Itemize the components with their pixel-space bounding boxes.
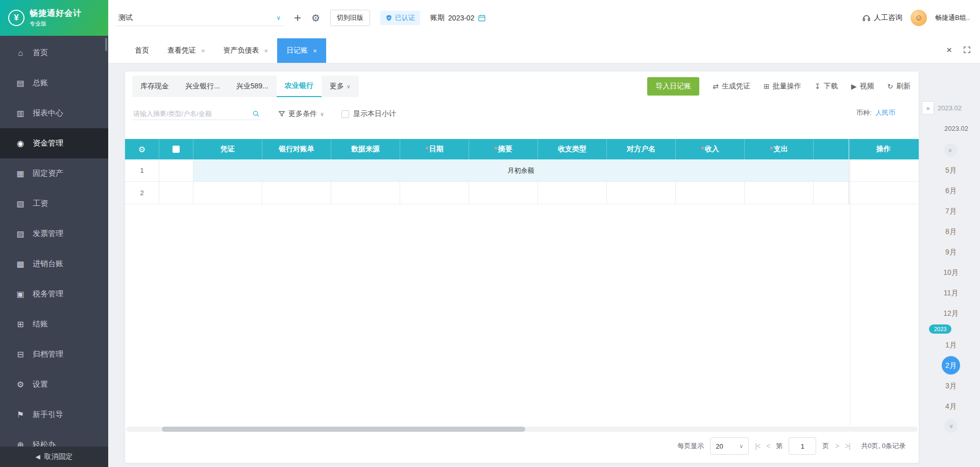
- close-icon[interactable]: ×: [201, 47, 205, 55]
- cell-income-expense-type[interactable]: [538, 182, 607, 204]
- sidebar-item-salary[interactable]: ▧工资: [0, 189, 108, 219]
- accounting-period[interactable]: 账期 2023-02: [430, 13, 486, 22]
- subtab-cash[interactable]: 库存现金: [132, 76, 177, 97]
- archive-management-icon: ⊟: [15, 349, 26, 359]
- cell-income[interactable]: [676, 182, 745, 204]
- collapse-panel-button[interactable]: »: [922, 101, 934, 114]
- cell-counterparty-name[interactable]: [607, 182, 676, 204]
- prev-page-icon[interactable]: <: [766, 442, 770, 450]
- cell-expense[interactable]: [745, 182, 814, 204]
- sidebar-item-home[interactable]: ⌂首页: [0, 38, 108, 68]
- sidebar-item-closing[interactable]: ⊞结账: [0, 309, 108, 339]
- workspace-select[interactable]: 测试 ∨: [115, 10, 284, 26]
- table-settings-button[interactable]: ⚙: [125, 139, 159, 159]
- month-6[interactable]: 6月: [945, 180, 957, 201]
- month-8[interactable]: 8月: [945, 221, 957, 242]
- select-all-checkbox[interactable]: [159, 139, 193, 159]
- sidebar-item-report-center[interactable]: ▥报表中心: [0, 98, 108, 128]
- journal-table: ⚙凭证银行对账单数据来源*日期*摘要收支类型对方户名*收入*支出操作 1月初余额…: [125, 139, 919, 204]
- month-5[interactable]: 5月: [945, 160, 957, 180]
- next-page-icon[interactable]: >: [835, 442, 839, 450]
- tab-balance-sheet[interactable]: 资产负债表×: [214, 38, 278, 63]
- search-input[interactable]: [133, 110, 241, 118]
- horizontal-scrollbar-thumb[interactable]: [162, 427, 525, 432]
- sidebar-scrollbar[interactable]: [105, 38, 107, 51]
- username[interactable]: 畅捷通B组..: [935, 13, 970, 22]
- subtab-xingye-bank[interactable]: 兴业银行...: [177, 76, 228, 97]
- cell-voucher[interactable]: [193, 182, 262, 204]
- scroll-down-button[interactable]: «: [944, 419, 958, 433]
- tab-home[interactable]: 首页: [126, 38, 158, 63]
- fullscreen-icon[interactable]: [963, 46, 971, 54]
- sidebar-item-fixed-assets[interactable]: ▦固定资产: [0, 158, 108, 189]
- close-tab-icon[interactable]: ×: [946, 45, 952, 55]
- more-filters-button[interactable]: 更多条件 ∨: [278, 109, 324, 119]
- currency-value[interactable]: 人民币: [875, 109, 895, 116]
- month-3[interactable]: 3月: [945, 376, 957, 396]
- month-1[interactable]: 1月: [945, 335, 957, 355]
- cell-data-source[interactable]: [331, 182, 400, 204]
- last-page-icon[interactable]: >|: [845, 442, 850, 450]
- checkbox-icon[interactable]: [341, 110, 349, 118]
- certified-badge[interactable]: 已认证: [380, 11, 420, 25]
- month-12[interactable]: 12月: [943, 303, 959, 323]
- subtab-agricultural-bank[interactable]: 农业银行: [277, 76, 322, 97]
- sidebar-item-tax-management[interactable]: ▣税务管理: [0, 279, 108, 309]
- cell-bank-statement[interactable]: [262, 182, 331, 204]
- gear-icon[interactable]: ⚙: [311, 13, 320, 23]
- sidebar-item-archive-management[interactable]: ⊟归档管理: [0, 339, 108, 369]
- close-icon[interactable]: ×: [264, 47, 268, 55]
- sidebar-item-general-ledger[interactable]: ▤总账: [0, 68, 108, 98]
- switch-old-version-button[interactable]: 切到旧版: [330, 10, 370, 26]
- tab-view-voucher[interactable]: 查看凭证×: [158, 38, 214, 63]
- cell-date[interactable]: [400, 182, 469, 204]
- scroll-up-button[interactable]: «: [944, 144, 958, 157]
- cell-filler[interactable]: [814, 182, 849, 204]
- tab-journal[interactable]: 日记账×: [277, 38, 326, 63]
- page-size-select[interactable]: 20 ∨: [710, 437, 749, 455]
- batch-actions-icon: ⊞: [764, 82, 770, 90]
- tab-label: 首页: [135, 46, 149, 55]
- sidebar-item-funds-management[interactable]: ◉资金管理: [0, 128, 108, 158]
- month-2[interactable]: 2月: [942, 356, 960, 375]
- row-checkbox-cell[interactable]: [159, 159, 193, 181]
- cell-summary[interactable]: [469, 182, 538, 204]
- sidebar-item-invoice-management[interactable]: ▨发票管理: [0, 219, 108, 249]
- month-9[interactable]: 9月: [945, 242, 957, 262]
- video-button[interactable]: ▶视频: [851, 82, 874, 91]
- search-icon[interactable]: [252, 110, 260, 118]
- sidebar-item-purchase-sales-ledger[interactable]: ▩进销台账: [0, 249, 108, 279]
- close-icon[interactable]: ×: [313, 47, 317, 55]
- unpin-sidebar-button[interactable]: ◀ 取消固定: [0, 447, 108, 467]
- table-row-2[interactable]: 2: [125, 182, 919, 204]
- month-11[interactable]: 11月: [944, 283, 959, 303]
- support-link[interactable]: 人工咨询: [862, 13, 902, 22]
- month-10[interactable]: 10月: [943, 262, 959, 283]
- calendar-icon: [478, 14, 486, 22]
- first-page-icon[interactable]: |<: [755, 442, 760, 450]
- opening-balance-band: 月初余额: [193, 159, 849, 181]
- show-daily-subtotal[interactable]: 显示本日小计: [341, 109, 396, 119]
- logo-text: 畅捷通好会计 专业版: [30, 8, 82, 28]
- journal-panel: 库存现金兴业银行...兴业589...农业银行更多∨ 导入日记账⇄生成凭证⊞批量…: [125, 72, 919, 463]
- required-marker: *: [701, 145, 703, 153]
- month-4[interactable]: 4月: [945, 396, 957, 416]
- subtab-xingye-589[interactable]: 兴业589...: [228, 76, 277, 97]
- import-journal-button[interactable]: 导入日记账: [647, 77, 699, 96]
- refresh-button[interactable]: ↻刷新: [887, 82, 911, 91]
- sidebar-item-label: 资金管理: [33, 138, 63, 148]
- unpin-label: 取消固定: [44, 452, 73, 461]
- add-icon[interactable]: +: [294, 12, 301, 24]
- row-checkbox-cell[interactable]: [159, 182, 193, 204]
- download-button[interactable]: ↧下载: [815, 82, 838, 91]
- table-row-1[interactable]: 1月初余额: [125, 159, 919, 182]
- month-7[interactable]: 7月: [945, 201, 957, 221]
- batch-actions-button[interactable]: ⊞批量操作: [764, 82, 801, 91]
- sidebar-item-beginner-guide[interactable]: ⚑新手引导: [0, 400, 108, 430]
- page-number-input[interactable]: [789, 437, 816, 455]
- generate-voucher-button[interactable]: ⇄生成凭证: [713, 82, 750, 91]
- sidebar-item-settings[interactable]: ⚙设置: [0, 369, 108, 400]
- avatar[interactable]: ☺: [911, 10, 927, 26]
- column-header-filler: [814, 139, 849, 159]
- subtab-more[interactable]: 更多∨: [322, 76, 359, 97]
